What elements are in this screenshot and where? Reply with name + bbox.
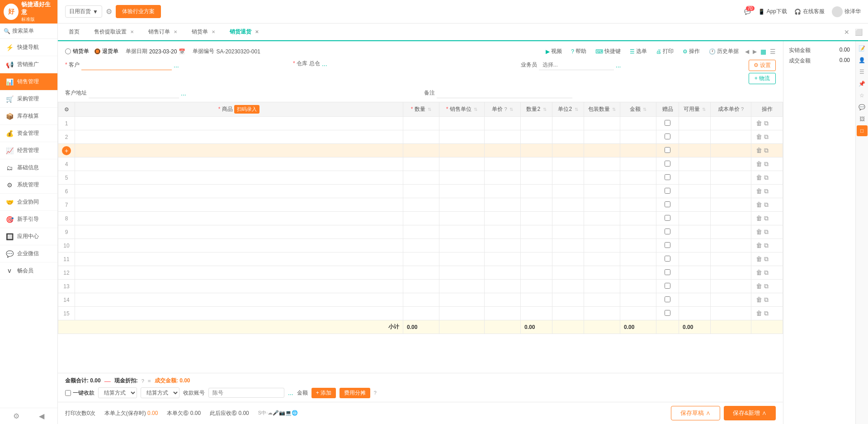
sales-unit-cell[interactable]: [439, 280, 485, 293]
unit-price-cell[interactable]: [485, 266, 521, 280]
video-btn[interactable]: ▶ 视频: [543, 47, 565, 56]
cost-price-cell[interactable]: [711, 252, 751, 266]
sidebar-item-apps[interactable]: 🔲 应用中心: [0, 228, 57, 245]
unit-price-cell[interactable]: [485, 252, 521, 266]
available-cell[interactable]: [679, 157, 711, 171]
settings-bottom-icon[interactable]: ⚙: [13, 412, 19, 420]
help-btn[interactable]: ? 帮助: [568, 47, 589, 56]
quantity-cell[interactable]: [403, 212, 439, 225]
gift-checkbox[interactable]: [665, 310, 670, 316]
copy-row-btn[interactable]: ⧉: [763, 227, 769, 237]
product-cell[interactable]: [75, 198, 403, 212]
amount-cell[interactable]: [620, 225, 656, 239]
qty2-cell[interactable]: [521, 252, 552, 266]
pack-qty-cell[interactable]: [584, 293, 620, 307]
gift-cell[interactable]: [656, 198, 679, 212]
image-icon-btn[interactable]: 🖼: [857, 114, 868, 124]
collapse-icon[interactable]: ◀: [39, 412, 44, 420]
tab-price-close[interactable]: ✕: [130, 29, 134, 34]
product-cell[interactable]: [75, 185, 403, 198]
scan-btn[interactable]: 扫码录入: [234, 105, 259, 114]
sidebar-item-basic[interactable]: 🗂 基础信息: [0, 159, 57, 176]
tab-sales-delivery[interactable]: 销货单 ✕: [184, 24, 222, 41]
category-select[interactable]: 日用百货 ▼: [65, 5, 102, 18]
amount-cell[interactable]: [620, 144, 656, 157]
delete-row-btn[interactable]: 🗑: [755, 241, 763, 250]
sidebar-item-system[interactable]: ⚙ 系统管理: [0, 176, 57, 194]
delete-row-btn[interactable]: 🗑: [755, 214, 763, 223]
sales-unit-cell[interactable]: [439, 185, 485, 198]
sales-unit-cell[interactable]: [439, 157, 485, 171]
sales-unit-cell[interactable]: [439, 266, 485, 280]
delete-row-btn[interactable]: 🗑: [755, 227, 763, 236]
up-sort-icon[interactable]: ⇅: [509, 107, 513, 112]
set-button[interactable]: ⚙ 设置: [749, 60, 776, 71]
sidebar-item-sales[interactable]: 📊 销售管理: [0, 73, 57, 91]
tab-price-setting[interactable]: 售价提取设置 ✕: [87, 24, 141, 41]
select-btn[interactable]: ☰ 选单: [627, 47, 650, 56]
product-cell[interactable]: [75, 266, 403, 280]
sidebar-item-inventory[interactable]: 📦 库存核算: [0, 108, 57, 125]
quantity-cell[interactable]: [403, 225, 439, 239]
amount-cell[interactable]: [620, 171, 656, 185]
gift-checkbox[interactable]: [665, 147, 670, 153]
delete-row-btn[interactable]: 🗑: [755, 200, 763, 209]
cost-price-cell[interactable]: [711, 212, 751, 225]
one-click-pay-checkbox[interactable]: [65, 390, 71, 396]
pack-qty-cell[interactable]: [584, 307, 620, 320]
salesman-input[interactable]: [539, 60, 614, 70]
sales-unit-cell[interactable]: [439, 239, 485, 252]
discount-help-icon[interactable]: ?: [142, 378, 144, 384]
gift-cell[interactable]: [656, 144, 679, 157]
copy-row-btn[interactable]: ⧉: [763, 309, 769, 318]
copy-row-btn[interactable]: ⧉: [763, 214, 769, 223]
delete-row-btn[interactable]: 🗑: [755, 254, 763, 263]
unit-price-cell[interactable]: [485, 144, 521, 157]
quantity-cell[interactable]: [403, 307, 439, 320]
pack-qty-cell[interactable]: [584, 117, 620, 130]
available-cell[interactable]: [679, 307, 711, 320]
customer-input[interactable]: [81, 60, 172, 70]
remark-input[interactable]: [437, 88, 572, 98]
qty2-cell[interactable]: [521, 225, 552, 239]
unit-price-cell[interactable]: [485, 185, 521, 198]
quantity-cell[interactable]: [403, 252, 439, 266]
unit2-cell[interactable]: [552, 117, 584, 130]
cost-price-cell[interactable]: [711, 293, 751, 307]
sidebar-item-enterprise[interactable]: 🤝 企业协同: [0, 194, 57, 211]
qty2-cell[interactable]: [521, 144, 552, 157]
qty2-cell[interactable]: [521, 198, 552, 212]
star-icon-btn[interactable]: ☆: [857, 90, 868, 101]
pack-qty-cell[interactable]: [584, 171, 620, 185]
available-cell[interactable]: [679, 185, 711, 198]
add-logistics-button[interactable]: + 物流: [749, 73, 776, 84]
message-btn[interactable]: 💬 70: [744, 9, 751, 15]
settings-gear-icon[interactable]: ⚙: [106, 7, 112, 16]
unit-price-cell[interactable]: [485, 212, 521, 225]
sales-unit-cell[interactable]: [439, 307, 485, 320]
pack-qty-cell[interactable]: [584, 266, 620, 280]
delete-row-btn[interactable]: 🗑: [755, 173, 763, 182]
one-click-pay-check[interactable]: 一键收款: [65, 389, 94, 397]
qty2-cell[interactable]: [521, 157, 552, 171]
cost-price-cell[interactable]: [711, 225, 751, 239]
gift-checkbox[interactable]: [665, 161, 670, 167]
unit-price-cell[interactable]: [485, 280, 521, 293]
unit-price-cell[interactable]: [485, 239, 521, 252]
sales-unit-cell[interactable]: [439, 144, 485, 157]
gift-cell[interactable]: [656, 157, 679, 171]
tab-close-btn[interactable]: ✕: [842, 27, 851, 38]
amount-cell[interactable]: [620, 185, 656, 198]
qty2-cell[interactable]: [521, 280, 552, 293]
pack-qty-cell[interactable]: [584, 212, 620, 225]
calendar-icon[interactable]: 📅: [179, 48, 185, 55]
unit-price-cell[interactable]: [485, 117, 521, 130]
copy-row-btn[interactable]: ⧉: [763, 159, 769, 169]
pack-qty-cell[interactable]: [584, 225, 620, 239]
next-record-btn[interactable]: ▶: [753, 48, 757, 55]
pq-sort-icon[interactable]: ⇅: [612, 107, 616, 112]
available-cell[interactable]: [679, 130, 711, 144]
radio-return[interactable]: 退货单: [94, 48, 118, 55]
pack-qty-cell[interactable]: [584, 198, 620, 212]
shortcut-btn[interactable]: ⌨ 快捷键: [593, 47, 623, 56]
